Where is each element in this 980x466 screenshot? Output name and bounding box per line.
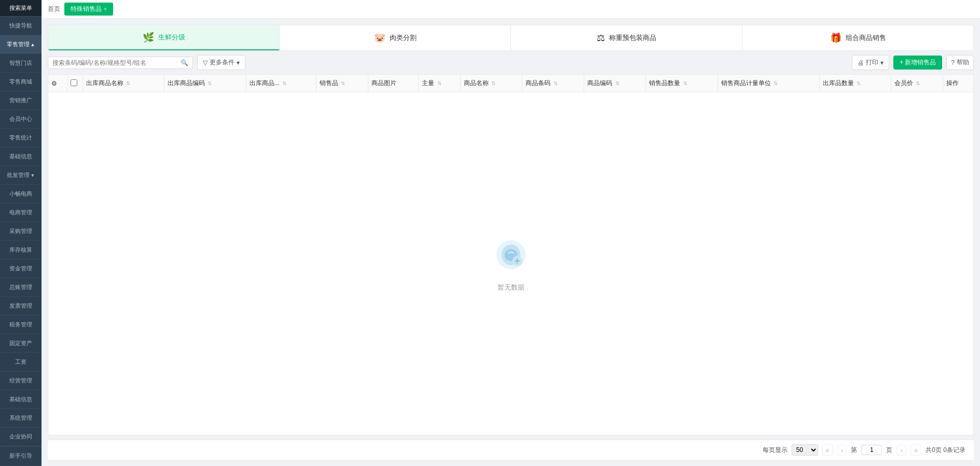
sidebar-item-sys-mgmt[interactable]: 系统管理 bbox=[0, 409, 42, 428]
col-product-image[interactable]: 商品图片 bbox=[368, 75, 419, 92]
tab-scale-package[interactable]: ⚖ 称重预包装商品 bbox=[511, 25, 742, 50]
sidebar-item-base-info2[interactable]: 基础信息 bbox=[0, 390, 42, 409]
col-product-code[interactable]: 商品编码 ⇅ bbox=[584, 75, 646, 92]
col-barcode[interactable]: 商品条码 ⇅ bbox=[522, 75, 584, 92]
page-size-label: 每页显示 bbox=[763, 446, 788, 455]
col-warehouse-name[interactable]: 出库商品名称 ⇅ bbox=[82, 75, 164, 92]
table-scroll-area[interactable]: ⚙ 出库商品名称 ⇅ 出库商品编码 ⇅ 出库商品... bbox=[48, 75, 973, 92]
sidebar-item-basic-info[interactable]: 基础信息 bbox=[0, 147, 42, 166]
empty-state: 暂无数据 bbox=[48, 92, 973, 435]
page-label: 第 bbox=[851, 446, 857, 455]
col-product-name[interactable]: 商品名称 ⇅ bbox=[461, 75, 522, 92]
total-info: 共0页 0条记录 bbox=[926, 446, 965, 455]
col-sale-unit[interactable]: 销售商品计量单位 ⇅ bbox=[717, 75, 819, 92]
filter-icon: ▽ bbox=[203, 59, 208, 66]
sidebar-item-member-center[interactable]: 会员中心 bbox=[0, 110, 42, 129]
sidebar-item-tax-mgmt[interactable]: 税务管理 bbox=[0, 316, 42, 334]
help-icon: ? bbox=[951, 59, 955, 66]
close-tab-icon[interactable]: × bbox=[104, 6, 107, 12]
sidebar-item-smart-store[interactable]: 智慧门店 bbox=[0, 54, 42, 73]
tab-meat-cut-label: 肉类分割 bbox=[390, 33, 417, 43]
search-icon[interactable]: 🔍 bbox=[181, 59, 188, 66]
col-weight[interactable]: 主量 ⇅ bbox=[419, 75, 461, 92]
sidebar-item-invoice-mgmt[interactable]: 发票管理 bbox=[0, 297, 42, 316]
print-button[interactable]: 🖨 打印 ▾ bbox=[852, 55, 889, 70]
retail-mgmt-arrow-icon: ▲ bbox=[31, 42, 35, 47]
sidebar-item-retail-mgmt[interactable]: 零售管理 ▲ bbox=[0, 35, 42, 54]
pagination-bar: 每页显示 50 10 20 100 « ‹ 第 页 › » 共0页 0条记录 bbox=[48, 440, 974, 460]
col-sale-item[interactable]: 销售品 ⇅ bbox=[316, 75, 368, 92]
col-warehouse-code[interactable]: 出库商品编码 ⇅ bbox=[164, 75, 246, 92]
search-input[interactable] bbox=[52, 59, 178, 66]
data-table: ⚙ 出库商品名称 ⇅ 出库商品编码 ⇅ 出库商品... bbox=[48, 75, 973, 92]
home-link[interactable]: 首页 bbox=[48, 5, 60, 13]
meat-cut-icon: 🐷 bbox=[374, 32, 385, 44]
sidebar-item-quick-nav[interactable]: 快捷导航 bbox=[0, 17, 42, 35]
topbar: 首页 特殊销售品 × bbox=[42, 0, 980, 19]
active-tab[interactable]: 特殊销售品 × bbox=[64, 3, 113, 16]
col-warehouse-qty[interactable]: 出库品数量 ⇅ bbox=[819, 75, 891, 92]
sidebar-item-general-ledger[interactable]: 总账管理 bbox=[0, 278, 42, 297]
col-action: 操作 bbox=[943, 75, 973, 92]
first-page-button[interactable]: « bbox=[822, 445, 833, 456]
main-content: 首页 特殊销售品 × 🌿 生鲜分级 🐷 肉类分割 ⚖ 称重预包装商品 🎁 组合商… bbox=[42, 0, 980, 466]
print-arrow-icon: ▾ bbox=[880, 59, 884, 66]
page-content: 🌿 生鲜分级 🐷 肉类分割 ⚖ 称重预包装商品 🎁 组合商品销售 🔍 bbox=[42, 19, 980, 466]
empty-text: 暂无数据 bbox=[498, 283, 524, 292]
col-member-price[interactable]: 会员价 ⇅ bbox=[891, 75, 943, 92]
col-warehouse-spec[interactable]: 出库商品... ⇅ bbox=[246, 75, 316, 92]
sort-barcode-icon: ⇅ bbox=[554, 80, 558, 86]
sidebar-item-retail-stats[interactable]: 零售统计 bbox=[0, 129, 42, 147]
tab-fresh-grade[interactable]: 🌿 生鲜分级 bbox=[48, 25, 280, 50]
scale-package-icon: ⚖ bbox=[597, 32, 605, 44]
sort-product-name-icon: ⇅ bbox=[491, 80, 495, 86]
sidebar-item-sales-promo[interactable]: 营销推广 bbox=[0, 91, 42, 110]
sidebar-item-ops-mgmt[interactable]: 经营管理 bbox=[0, 372, 42, 390]
col-checkbox[interactable] bbox=[67, 75, 82, 92]
next-page-button[interactable]: › bbox=[896, 445, 906, 456]
combo-sale-icon: 🎁 bbox=[830, 32, 841, 44]
sort-warehouse-code-icon: ⇅ bbox=[208, 80, 212, 86]
sidebar-item-finance[interactable]: 资金管理 bbox=[0, 259, 42, 278]
sort-warehouse-spec-icon: ⇅ bbox=[282, 80, 286, 86]
table-header-row: ⚙ 出库商品名称 ⇅ 出库商品编码 ⇅ 出库商品... bbox=[48, 75, 973, 92]
filter-label: 更多条件 bbox=[210, 58, 234, 67]
help-label: 帮助 bbox=[957, 58, 969, 67]
page-number-input[interactable] bbox=[861, 445, 882, 455]
select-all-checkbox[interactable] bbox=[71, 79, 77, 86]
help-button[interactable]: ? 帮助 bbox=[946, 55, 974, 70]
print-label: 打印 bbox=[866, 58, 878, 67]
tab-meat-cut[interactable]: 🐷 肉类分割 bbox=[280, 25, 511, 50]
fresh-grade-icon: 🌿 bbox=[143, 32, 154, 43]
toolbar-right: 🖨 打印 ▾ + 新增销售品 ? 帮助 bbox=[852, 55, 974, 70]
tab-combo-sale[interactable]: 🎁 组合商品销售 bbox=[742, 25, 973, 50]
sidebar-item-retail-mall[interactable]: 零售商城 bbox=[0, 73, 42, 91]
filter-button[interactable]: ▽ 更多条件 ▾ bbox=[197, 55, 245, 70]
sidebar-item-mini-ecom[interactable]: 小畅电商 bbox=[0, 185, 42, 203]
new-sale-item-button[interactable]: + 新增销售品 bbox=[893, 56, 942, 70]
sort-member-price-icon: ⇅ bbox=[916, 80, 920, 86]
search-box: 🔍 bbox=[48, 57, 193, 69]
sort-sale-qty-icon: ⇅ bbox=[683, 80, 687, 86]
sidebar-item-fixed-assets[interactable]: 固定资产 bbox=[0, 334, 42, 353]
sidebar-logo[interactable]: 搜索菜单 bbox=[0, 0, 42, 17]
sidebar-item-new-guide[interactable]: 新手引导 bbox=[0, 447, 42, 465]
page-unit: 页 bbox=[886, 446, 892, 455]
last-page-button[interactable]: » bbox=[910, 445, 921, 456]
sidebar-item-inventory[interactable]: 库存核算 bbox=[0, 241, 42, 259]
print-icon: 🖨 bbox=[858, 59, 864, 66]
col-settings[interactable]: ⚙ bbox=[48, 75, 67, 92]
active-tab-label: 特殊销售品 bbox=[71, 5, 102, 13]
sidebar-item-salary[interactable]: 工资 bbox=[0, 353, 42, 372]
page-size-select[interactable]: 50 10 20 100 bbox=[792, 444, 818, 456]
col-sale-qty[interactable]: 销售品数量 ⇅ bbox=[646, 75, 717, 92]
sort-warehouse-qty-icon: ⇅ bbox=[857, 80, 861, 86]
empty-state-icon bbox=[490, 235, 532, 277]
sidebar-item-company-agr[interactable]: 企业协同 bbox=[0, 428, 42, 446]
prev-page-button[interactable]: ‹ bbox=[837, 445, 847, 456]
sidebar-item-purchase-mgmt[interactable]: 采购管理 bbox=[0, 222, 42, 241]
wholesale-arrow-icon: ▼ bbox=[31, 173, 35, 178]
sidebar: 搜索菜单 快捷导航 零售管理 ▲ 智慧门店 零售商城 营销推广 会员中心 零售统… bbox=[0, 0, 42, 466]
sidebar-item-wholesale-mgmt[interactable]: 批发管理 ▼ bbox=[0, 166, 42, 185]
sidebar-item-ecom-mgmt[interactable]: 电商管理 bbox=[0, 203, 42, 222]
